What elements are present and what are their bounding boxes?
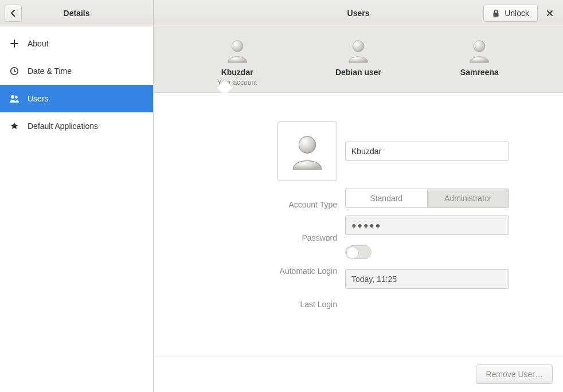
svg-point-4 <box>232 41 243 52</box>
main-header: Users Unlock <box>154 0 563 26</box>
sidebar-item-about[interactable]: About <box>0 30 153 57</box>
back-button[interactable] <box>5 5 22 22</box>
user-name: Kbuzdar <box>221 68 253 77</box>
plus-icon <box>9 39 19 48</box>
avatar-picker[interactable] <box>277 121 337 181</box>
lastlogin-value: Today, 11:25 <box>345 269 509 289</box>
main-panel: Users Unlock KbuzdarYour account Debian … <box>154 0 563 392</box>
user-name: Samreena <box>460 68 499 77</box>
account-type-standard[interactable]: Standard <box>345 189 428 208</box>
unlock-label: Unlock <box>505 9 529 18</box>
autologin-label: Automatic Login <box>280 261 337 281</box>
sidebar-item-label: Default Applications <box>28 121 98 131</box>
svg-point-5 <box>353 41 364 52</box>
user-card[interactable]: Debian user <box>318 37 398 87</box>
account-type-segmented: Standard Administrator <box>345 189 509 208</box>
full-name-input[interactable] <box>345 142 509 161</box>
users-strip: KbuzdarYour account Debian user Samreena <box>154 26 563 93</box>
account-type-administrator[interactable]: Administrator <box>428 189 510 208</box>
user-card[interactable]: Samreena <box>439 37 519 87</box>
unlock-button[interactable]: Unlock <box>483 5 538 22</box>
avatar-icon <box>224 37 251 66</box>
close-icon <box>546 10 553 17</box>
sidebar-nav: AboutDate & TimeUsersDefault Application… <box>0 26 153 392</box>
svg-point-2 <box>15 96 18 99</box>
svg-rect-3 <box>494 13 499 17</box>
sidebar-item-default-applications[interactable]: Default Applications <box>0 112 153 140</box>
sidebar-item-label: About <box>28 39 49 48</box>
user-name: Debian user <box>335 68 381 77</box>
avatar-icon <box>466 37 493 66</box>
star-icon <box>9 121 19 131</box>
footer: Remove User… <box>154 356 563 392</box>
remove-user-button[interactable]: Remove User… <box>476 364 553 384</box>
avatar-icon <box>345 37 372 66</box>
svg-point-7 <box>299 136 315 153</box>
autologin-switch[interactable] <box>345 245 372 259</box>
users-icon <box>9 94 19 103</box>
user-card[interactable]: KbuzdarYour account <box>197 37 277 87</box>
svg-point-6 <box>474 41 486 52</box>
user-detail-form: Account Type Password Automatic Login La… <box>154 93 563 356</box>
close-button[interactable] <box>541 5 558 22</box>
account-type-label: Account Type <box>288 195 337 214</box>
sidebar-header: Details <box>0 0 153 26</box>
lastlogin-label: Last Login <box>300 295 337 314</box>
password-label: Password <box>302 228 337 248</box>
lock-icon <box>492 9 500 17</box>
sidebar-title: Details <box>0 9 153 18</box>
sidebar-item-label: Date & Time <box>28 66 72 76</box>
clock-icon <box>9 66 19 76</box>
sidebar-item-label: Users <box>28 94 49 103</box>
sidebar-item-date-time[interactable]: Date & Time <box>0 57 153 85</box>
password-button[interactable]: ●●●●● <box>345 215 509 235</box>
sidebar-item-users[interactable]: Users <box>0 85 153 112</box>
sidebar: Details AboutDate & TimeUsersDefault App… <box>0 0 154 392</box>
avatar-icon <box>287 131 328 172</box>
svg-point-1 <box>11 95 14 99</box>
chevron-left-icon <box>10 10 17 17</box>
